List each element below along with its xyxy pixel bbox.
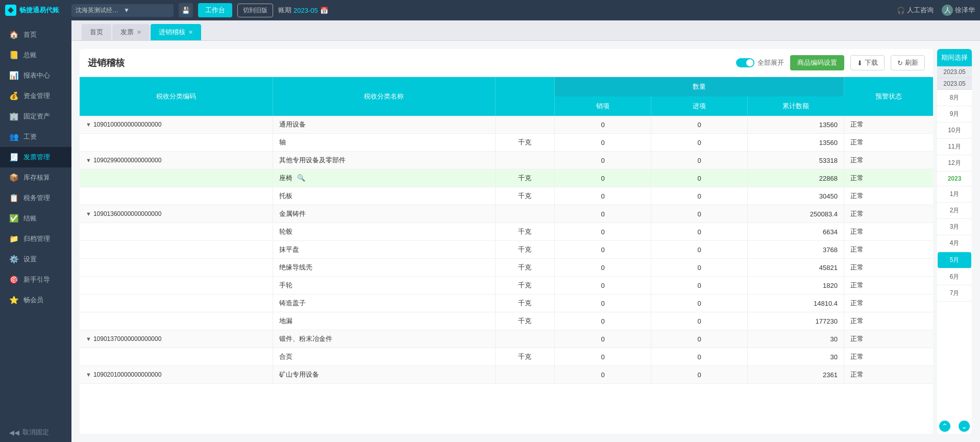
expand-toggle[interactable]: 全部展开 xyxy=(736,58,784,67)
table-row: ▼10901360000000000000 xyxy=(80,205,273,223)
table-cell-status: 正常 xyxy=(844,187,934,205)
period-item[interactable]: 8月 xyxy=(937,90,972,106)
sidebar-item-invoices[interactable]: 🧾 发票管理 xyxy=(0,147,71,167)
table-cell-total: 45821 xyxy=(748,259,844,277)
table-row xyxy=(80,312,273,330)
table-cell-unit: 千克 xyxy=(495,241,554,259)
table-cell-purchase: 0 xyxy=(651,134,748,152)
period-item[interactable]: 10月 xyxy=(937,122,972,139)
period-item[interactable]: 7月 xyxy=(937,285,972,302)
period-item[interactable]: 11月 xyxy=(937,139,972,155)
sidebar-item-payroll[interactable]: 👥 工资 xyxy=(0,127,71,147)
table-cell-total: 30 xyxy=(748,348,844,366)
period-item[interactable]: 9月 xyxy=(937,106,972,122)
table-cell-purchase: 0 xyxy=(651,366,748,384)
period-item[interactable]: 3月 xyxy=(937,219,972,235)
workbench-button[interactable]: 工作台 xyxy=(198,3,232,17)
th-purchase: 进项 xyxy=(651,96,748,116)
table-cell-unit xyxy=(495,116,554,134)
table-row: ▼10902010000000000000 xyxy=(80,366,273,384)
period-item[interactable]: 1月 xyxy=(937,186,972,203)
group-collapse-icon[interactable]: ▼ xyxy=(86,157,91,163)
invoices-icon: 🧾 xyxy=(9,153,18,162)
table-cell-total: 6634 xyxy=(748,223,844,241)
period-list: 8月9月10月11月12月20231月2月3月4月5月6月7月 xyxy=(937,90,972,419)
refresh-button[interactable]: ↻ 刷新 xyxy=(891,55,925,70)
sidebar-item-tax[interactable]: 📋 税务管理 xyxy=(0,188,71,208)
sidebar-item-inventory[interactable]: 📦 库存核算 xyxy=(0,167,71,188)
sidebar-item-label: 结账 xyxy=(23,214,37,223)
tab-invoices[interactable]: 发票 ✕ xyxy=(112,24,150,40)
table-cell-total: 30 xyxy=(748,330,844,348)
main-layout: 🏠 首页 📒 总账 📊 报表中心 💰 资金管理 🏢 固定资产 👥 工资 🧾 发票… xyxy=(0,20,980,442)
group-collapse-icon[interactable]: ▼ xyxy=(86,336,91,342)
content-area: 首页 发票 ✕ 进销稽核 ✕ 进销稽核 xyxy=(71,20,980,442)
table-row xyxy=(80,223,273,241)
table-cell-purchase: 0 xyxy=(651,205,748,223)
sidebar-item-reports[interactable]: 📊 报表中心 xyxy=(0,65,71,86)
download-button[interactable]: ⬇ 下载 xyxy=(850,55,885,70)
service-button[interactable]: 🎧 人工咨询 xyxy=(897,6,934,15)
period-item[interactable]: 12月 xyxy=(937,155,972,171)
th-unit xyxy=(495,77,554,116)
table-cell-unit: 千克 xyxy=(495,294,554,312)
tab-reconciliation[interactable]: 进销稽核 ✕ xyxy=(151,24,201,40)
table-cell-unit: 千克 xyxy=(495,134,554,152)
sidebar-item-home[interactable]: 🏠 首页 xyxy=(0,24,71,45)
table-cell-purchase: 0 xyxy=(651,330,748,348)
period-next-button[interactable]: ⌃ xyxy=(959,421,970,432)
sidebar-pin-toggle[interactable]: ◀◀ 取消固定 xyxy=(0,423,71,442)
table-cell-total: 13560 xyxy=(748,134,844,152)
guide-icon: 🎯 xyxy=(9,275,18,284)
table-cell-purchase: 0 xyxy=(651,187,748,205)
period-prev-button[interactable]: ⌃ xyxy=(939,421,950,432)
table-cell-name: 铸造盖子 xyxy=(273,294,495,312)
table-cell-purchase: 0 xyxy=(651,277,748,294)
table-row: ▼10901370000000000000 xyxy=(80,330,273,348)
sidebar-item-settings[interactable]: ⚙️ 设置 xyxy=(0,249,71,269)
period-item[interactable]: 2月 xyxy=(937,203,972,219)
group-collapse-icon[interactable]: ▼ xyxy=(86,121,91,128)
table-cell-unit: 千克 xyxy=(495,223,554,241)
group-collapse-icon[interactable]: ▼ xyxy=(86,372,91,378)
sidebar-item-guide[interactable]: 🎯 新手引导 xyxy=(0,269,71,290)
table-row xyxy=(80,187,273,205)
table-cell-unit xyxy=(495,330,554,348)
period-item[interactable]: 4月 xyxy=(937,235,972,252)
group-collapse-icon[interactable]: ▼ xyxy=(86,211,91,217)
table-cell-name: 托板 xyxy=(273,187,495,205)
sidebar-item-settle[interactable]: ✅ 结账 xyxy=(0,208,71,229)
th-status: 预警状态 xyxy=(844,77,934,116)
table-cell-name: 绝缘导线壳 xyxy=(273,259,495,277)
table-cell-sale: 0 xyxy=(555,277,651,294)
close-tab-reconciliation[interactable]: ✕ xyxy=(188,29,193,36)
sidebar-item-assets[interactable]: 🏢 固定资产 xyxy=(0,106,71,127)
table-row xyxy=(80,134,273,152)
period-item[interactable]: 6月 xyxy=(937,269,972,285)
table-cell-status: 正常 xyxy=(844,277,934,294)
table-cell-status: 正常 xyxy=(844,205,934,223)
tax-icon: 📋 xyxy=(9,193,18,203)
period-item[interactable]: 2023 xyxy=(937,171,972,186)
sidebar-item-member[interactable]: ⭐ 畅会员 xyxy=(0,290,71,310)
save-button[interactable]: 💾 xyxy=(179,3,193,17)
table-cell-name: 轮毂 xyxy=(273,223,495,241)
sidebar-item-funds[interactable]: 💰 资金管理 xyxy=(0,86,71,106)
sidebar-item-ledger[interactable]: 📒 总账 xyxy=(0,45,71,65)
table-cell-purchase: 0 xyxy=(651,116,748,134)
company-selector[interactable]: 沈海英测试经营勿删 ▼ xyxy=(71,4,174,17)
close-tab-invoices[interactable]: ✕ xyxy=(137,29,141,36)
old-version-button[interactable]: 切到旧版 xyxy=(237,4,273,17)
table-cell-unit: 千克 xyxy=(495,312,554,330)
tab-home[interactable]: 首页 xyxy=(82,24,111,40)
th-total: 累计数额 xyxy=(748,96,844,116)
search-icon[interactable]: 🔍 xyxy=(297,174,305,182)
table-cell-sale: 0 xyxy=(555,205,651,223)
sidebar-item-archive[interactable]: 📁 归档管理 xyxy=(0,229,71,249)
sidebar-item-label: 库存核算 xyxy=(23,173,50,182)
user-profile[interactable]: 人 徐泽华 xyxy=(942,5,975,16)
product-code-button[interactable]: 商品编码设置 xyxy=(790,55,844,70)
toggle-switch[interactable] xyxy=(736,58,754,67)
th-tax-code: 税收分类编码 xyxy=(80,77,273,116)
period-item[interactable]: 5月 xyxy=(938,252,971,268)
